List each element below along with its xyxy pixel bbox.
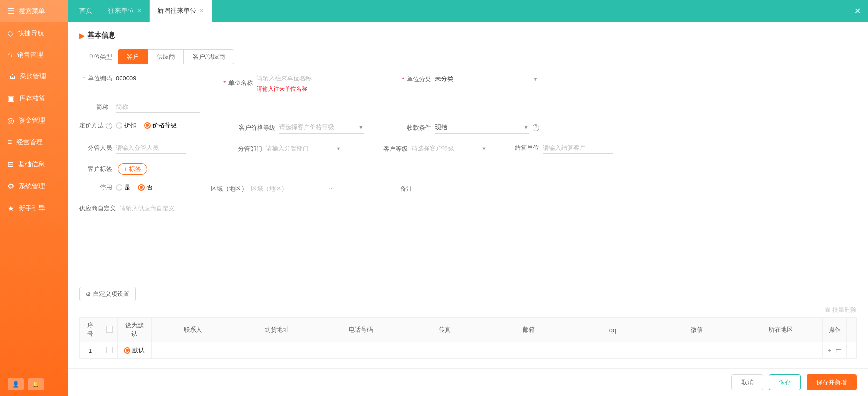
disable-yes-label: 是 [124,183,130,192]
settlement-dots[interactable]: ··· [617,144,625,152]
tab-contacts[interactable]: 往来单位 ✕ [100,0,150,22]
sidebar-item-label: 经营管理 [16,138,43,147]
col-contact: 联系人 [151,318,235,342]
row-wechat[interactable] [655,342,739,359]
pricing-radio-level[interactable]: 价格等级 [144,121,177,130]
add-row-button[interactable]: + [828,347,831,354]
sidebar-item-quick-nav[interactable]: ◇ 快捷导航 [0,22,68,44]
manager-input[interactable] [116,142,186,154]
col-qq: qq [571,318,655,342]
customer-price-level-placeholder: 请选择客户价格等级 [279,123,334,132]
select-all-checkbox[interactable] [106,326,113,333]
notes-field: 备注 [380,183,857,194]
sidebar-item-basic-info[interactable]: ⊟ 基础信息 [0,153,68,175]
sidebar-item-sales[interactable]: ⌂ 销售管理 [0,44,68,66]
region-input[interactable] [251,183,321,194]
search-menu-icon: ☰ [8,7,14,16]
sidebar-item-finance[interactable]: ◎ 资金管理 [0,109,68,132]
sidebar-item-system[interactable]: ⚙ 系统管理 [0,175,68,197]
department-field: 分管部门 请输入分管部门 ▼ [229,142,361,155]
code-name-cat-row: * 单位编码 * 单位名称 请输入往来单位名称 * 单位分类 未分类 ▼ [79,73,857,93]
user-button[interactable]: 👤 [8,378,24,390]
payment-terms-select[interactable]: 现结 ▼ [435,121,529,134]
tab-new-contact-close[interactable]: ✕ [199,8,204,14]
unit-type-both-btn[interactable]: 客户/供应商 [184,49,234,64]
short-name-label: 简称 [79,103,112,111]
disable-region-row: 停用 是 否 区域（地区） ··· [79,183,857,194]
cancel-button[interactable]: 取消 [731,374,763,390]
tab-new-contact[interactable]: 新增往来单位 ✕ [150,0,212,22]
unit-category-select[interactable]: 未分类 ▼ [435,73,538,85]
save-and-new-button[interactable]: 保存并新增 [807,374,857,390]
unit-name-input[interactable] [257,73,350,84]
notes-label: 备注 [380,185,412,193]
tab-home[interactable]: 首页 [72,0,100,22]
price-level-label: 价格等级 [152,121,177,130]
section-title: 基本信息 [87,31,115,40]
wechat-input[interactable] [660,347,734,354]
unit-type-group: 客户 供应商 客户/供应商 [118,49,234,64]
unit-type-supplier-btn[interactable]: 供应商 [148,49,184,64]
sidebar: ☰ 搜索菜单 ◇ 快捷导航 ⌂ 销售管理 🛍 采购管理 ▣ 库存核算 ◎ 资金管… [0,0,68,396]
row-default: 默认 [118,342,152,359]
unit-type-field: 单位类型 客户 供应商 客户/供应商 [79,49,234,64]
operations-icon: ≡ [8,138,12,147]
department-select[interactable]: 请输入分管部门 ▼ [266,142,341,155]
region-label: 区域（地区） [211,185,247,193]
payment-help-icon[interactable]: ? [533,124,539,131]
email-input[interactable] [492,347,566,354]
unit-code-input[interactable] [116,73,200,84]
content-area: ▶ 基本信息 单位类型 客户 供应商 客户/供应商 * 单位编码 [68,22,868,368]
disable-label: 停用 [79,183,112,192]
phone-input[interactable] [324,347,398,354]
notes-input[interactable] [416,183,857,194]
close-all-icon[interactable]: ✕ [851,5,864,17]
custom-settings-button[interactable]: ⚙ 自定义项设置 [79,287,136,301]
row-contact[interactable] [151,342,235,359]
notification-button[interactable]: 🔔 [28,378,44,390]
sidebar-item-operations[interactable]: ≡ 经营管理 [0,132,68,153]
row-fax[interactable] [403,342,487,359]
manager-dots[interactable]: ··· [190,144,198,152]
region-row-input[interactable] [744,347,818,354]
unit-type-row: 单位类型 客户 供应商 客户/供应商 [79,49,857,64]
contact-input[interactable] [156,347,230,354]
col-phone: 电话号码 [319,318,403,342]
pricing-radio-discount[interactable]: 折扣 [116,121,137,130]
short-name-input[interactable] [116,101,200,113]
delete-row-button[interactable]: 🗑 [835,347,842,354]
default-radio[interactable] [124,347,130,354]
col-actions: 操作 [822,318,846,342]
unit-type-customer-btn[interactable]: 客户 [118,49,148,64]
region-dots[interactable]: ··· [325,185,333,193]
row-qq[interactable] [571,342,655,359]
save-button[interactable]: 保存 [769,374,801,390]
sidebar-item-inventory[interactable]: ▣ 库存核算 [0,87,68,109]
col-checkbox [101,318,118,342]
sidebar-item-guide[interactable]: ★ 新手引导 [0,197,68,219]
row-operations: + 🗑 [822,342,846,359]
row-email[interactable] [487,342,571,359]
address-input[interactable] [240,347,314,354]
contacts-table: 序号 设为默认 联系人 到货地址 电话号码 传真 邮箱 qq 微信 所在地区 操… [79,317,857,359]
sidebar-item-purchase[interactable]: 🛍 采购管理 [0,66,68,87]
row-region[interactable] [739,342,822,359]
supplier-custom-input[interactable] [120,203,213,214]
fax-input[interactable] [408,347,482,354]
customer-level-select[interactable]: 请选择客户等级 ▼ [411,142,487,155]
customer-price-level-select[interactable]: 请选择客户价格等级 ▼ [279,121,364,134]
add-tag-button[interactable]: + 标签 [118,163,147,175]
qq-input[interactable] [576,347,650,354]
batch-delete-label[interactable]: 批量删除 [832,306,857,313]
settlement-input[interactable] [543,142,613,154]
disable-no[interactable]: 否 [138,183,152,192]
pricing-help-icon[interactable]: ? [106,123,112,129]
disable-yes[interactable]: 是 [116,183,130,192]
row-checkbox-input[interactable] [106,347,113,353]
row-phone[interactable] [319,342,403,359]
sidebar-item-search[interactable]: ☰ 搜索菜单 [0,0,68,22]
cpl-chevron: ▼ [358,124,364,130]
tab-contacts-close[interactable]: ✕ [137,8,142,14]
sidebar-item-label: 销售管理 [17,51,43,59]
row-address[interactable] [235,342,319,359]
